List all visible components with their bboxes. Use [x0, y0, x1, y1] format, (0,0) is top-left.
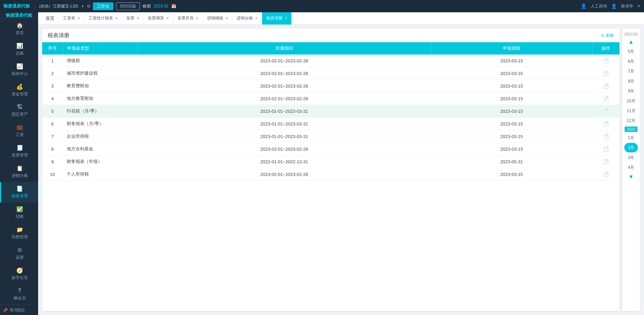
refresh-icon: ↻ — [601, 33, 605, 38]
doc-icon[interactable]: 📄 — [603, 58, 609, 63]
sidebar-label-asset: 固定资产 — [12, 111, 28, 117]
cell-period: 2023-02-01~2023-02-28 — [138, 67, 431, 80]
invoice-icon: 🧾 — [16, 145, 23, 151]
tab-invoice-close[interactable]: ✕ — [136, 16, 139, 20]
tab-invoice[interactable]: 发票 ✕ — [122, 12, 144, 25]
table-row: 9 财务报表（年报） 2022-01-01~2022-12-31 2023-05… — [42, 155, 619, 168]
sidebar-item-settle[interactable]: ✅ 结账 — [0, 202, 38, 223]
nav-down-arrow[interactable]: ▼ — [627, 172, 635, 181]
sidebar-label-fund: 资金管理 — [12, 91, 28, 97]
tab-salary[interactable]: 工资表 ✕ — [59, 12, 84, 25]
month-item[interactable]: 6月 — [624, 57, 638, 66]
fund-icon: 💰 — [16, 84, 23, 90]
tab-invoice-calc-close[interactable]: ✕ — [166, 16, 169, 20]
refresh-button[interactable]: ↻ 刷新 — [601, 33, 614, 39]
unpin-label: 取消固定 — [10, 308, 25, 313]
tab-bar: 首页 工资表 ✕ 工资统计报表 ✕ 发票 ✕ 发票测算 ✕ 发票开具 ✕ — [38, 12, 644, 25]
tab-tax-return-label: 税表清册 — [266, 15, 283, 21]
tax-icon: 📑 — [16, 185, 23, 192]
month-item[interactable]: 12月 — [624, 116, 638, 125]
copy-icon[interactable]: ⧉ — [87, 3, 90, 9]
nav-up-arrow[interactable]: ▲ — [627, 38, 635, 46]
dropdown-icon[interactable]: ▼ — [81, 4, 84, 8]
calendar-icon[interactable]: 📅 — [171, 4, 176, 9]
cell-deadline: 2023-03-15 — [431, 67, 592, 80]
doc-icon[interactable]: 📄 — [603, 121, 609, 126]
app-logo: 畅捷通易代账 — [3, 3, 30, 9]
tab-salary-report[interactable]: 工资统计报表 ✕ — [84, 12, 122, 25]
doc-icon[interactable]: 📄 — [603, 134, 609, 139]
salary-icon: 💼 — [16, 124, 23, 131]
member-icon: 🎖 — [17, 288, 22, 294]
month-item[interactable]: 4月 — [624, 163, 638, 172]
sidebar-item-salary[interactable]: 💼 工资 — [0, 121, 38, 141]
sidebar-item-settings[interactable]: ⚙ 设置 — [0, 243, 38, 264]
doc-icon[interactable]: 📄 — [603, 96, 609, 101]
month-item[interactable]: 3月 — [624, 153, 638, 162]
tab-tax-return[interactable]: 税表清册 ✕ — [262, 12, 292, 25]
sidebar-item-inputtax[interactable]: 📋 进销台账 — [0, 162, 38, 182]
sidebar-item-guide[interactable]: 🧭 新手引导 — [0, 264, 38, 284]
workbench-button[interactable]: 工作台 — [93, 2, 113, 10]
switch-old-button[interactable]: 切到旧版 — [116, 2, 140, 10]
tab-input-ledger-close[interactable]: ✕ — [255, 16, 258, 20]
month-item[interactable]: 1月 — [624, 133, 638, 142]
doc-icon[interactable]: 📄 — [603, 171, 609, 177]
month-item[interactable]: 7月 — [624, 66, 638, 76]
sidebar-item-archive[interactable]: 📁 归档管理 — [0, 223, 38, 243]
doc-icon[interactable]: 📄 — [603, 108, 609, 114]
sidebar-item-tax[interactable]: 📑 税务管理 — [0, 182, 38, 202]
tax-table: 序号 申报表类型 所属期间 申报期限 操作 1 增值税 2023-02-01~2… — [42, 42, 619, 181]
tab-home[interactable]: 首页 — [42, 12, 59, 25]
month-item[interactable]: 9月 — [624, 86, 638, 96]
cell-action: 📄 — [592, 92, 619, 105]
tab-invoice-open[interactable]: 发票开具 ✕ — [173, 12, 203, 25]
tab-invoice-open-close[interactable]: ✕ — [196, 16, 198, 20]
company-name: (勿动）江西服宝-LSS — [39, 3, 78, 9]
year-badge[interactable]: 2023 — [625, 126, 638, 132]
cell-no: 8 — [42, 143, 63, 155]
col-deadline: 申报期限 — [431, 42, 592, 55]
table-scroll[interactable]: 序号 申报表类型 所属期间 申报期限 操作 1 增值税 2023-02-01~2… — [42, 42, 619, 311]
cell-deadline: 2023-03-15 — [431, 130, 592, 143]
tab-tax-return-close[interactable]: ✕ — [285, 16, 287, 20]
tab-salary-close[interactable]: ✕ — [77, 16, 80, 20]
month-item[interactable]: 11月 — [624, 106, 638, 116]
doc-icon[interactable]: 📄 — [603, 159, 609, 164]
month-item[interactable]: 2月 — [624, 143, 638, 152]
panel-header: 税表清册 ↻ 刷新 — [42, 29, 619, 42]
doc-icon[interactable]: 📄 — [603, 83, 609, 89]
cell-deadline: 2023-03-15 — [431, 92, 592, 105]
sidebar-item-invoice[interactable]: 🧾 发票管理 — [0, 141, 38, 162]
tab-invoice-calc-label: 发票测算 — [148, 15, 164, 21]
cell-type: 城市维护建设税 — [63, 67, 138, 80]
tab-salary-report-close[interactable]: ✕ — [115, 16, 118, 20]
cell-period: 2023-02-01~2023-02-28 — [138, 55, 431, 67]
month-item[interactable]: 5月 — [624, 47, 638, 56]
username-label[interactable]: 徐泽华 — [621, 3, 633, 9]
sidebar-label-member: 畅会员 — [14, 295, 26, 301]
tab-input-check-close[interactable]: ✕ — [225, 16, 228, 20]
page-title: 税表清册 — [48, 32, 69, 39]
sidebar-item-asset[interactable]: 🏗 固定资产 — [0, 101, 38, 121]
doc-icon[interactable]: 📄 — [603, 146, 609, 152]
tab-invoice-calc[interactable]: 发票测算 ✕ — [144, 12, 173, 25]
cell-no: 5 — [42, 105, 63, 118]
sidebar-item-home[interactable]: 🏠 首页 — [0, 19, 38, 39]
month-item[interactable]: 8月 — [624, 76, 638, 86]
unpin-button[interactable]: 📌 取消固定 — [0, 304, 38, 315]
sidebar-item-report[interactable]: 📈 报表中心 — [0, 60, 38, 80]
doc-icon[interactable]: 📄 — [603, 71, 609, 76]
consult-label[interactable]: 人工咨询 — [591, 3, 607, 9]
cell-action: 📄 — [592, 67, 619, 80]
tab-input-check[interactable]: 进销稽核 ✕ — [203, 12, 232, 25]
sidebar-item-fund[interactable]: 💰 资金管理 — [0, 80, 38, 101]
ledger-icon: 📊 — [16, 43, 23, 49]
report-icon: 📈 — [16, 63, 23, 70]
tab-input-ledger[interactable]: 进销台账 ✕ — [232, 12, 262, 25]
sidebar-item-ledger[interactable]: 📊 总账 — [0, 39, 38, 60]
sidebar-item-member[interactable]: 🎖 畅会员 — [0, 284, 38, 304]
month-item[interactable]: 10月 — [624, 96, 638, 106]
month-list: 5月6月7月8月9月10月11月12月20231月2月3月4月 — [624, 46, 638, 172]
close-icon[interactable]: ✕ — [637, 4, 641, 9]
